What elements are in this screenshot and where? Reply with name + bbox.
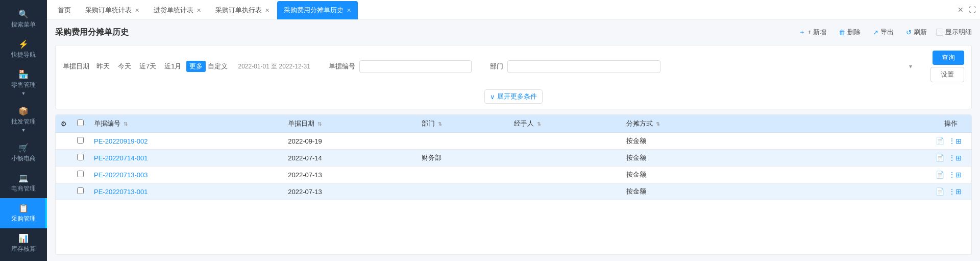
settings-gear-icon[interactable]: ⚙: [61, 120, 67, 128]
row-doc-no[interactable]: PE-20220713-001: [89, 183, 283, 200]
row-checkbox-cell: [72, 150, 89, 167]
sort-icon-split[interactable]: ⇅: [656, 121, 660, 127]
col-checkbox: [72, 115, 89, 133]
more-icon[interactable]: ⋮⊞: [948, 137, 962, 145]
col-dept: 部门 ⇅: [416, 115, 509, 133]
tab-采购订单执行表[interactable]: 采购订单执行表✕: [209, 1, 276, 19]
col-doc-no: 单据编号 ⇅: [89, 115, 283, 133]
sidebar-item-快捷导航[interactable]: ⚡ 快捷导航: [0, 34, 47, 64]
date-custom-btn[interactable]: 自定义: [208, 62, 228, 71]
sidebar-item-库存核算[interactable]: 📊 库存核算: [0, 228, 47, 258]
sidebar-icon: 📦: [18, 106, 29, 116]
close-window-icon[interactable]: ✕: [958, 6, 964, 14]
delete-button[interactable]: 🗑 删除: [836, 26, 864, 39]
dept-select-wrapper: 财务部: [507, 60, 916, 73]
sidebar-item-搜索菜单[interactable]: 🔍 搜索菜单: [0, 4, 47, 34]
add-button[interactable]: ＋ + 新增: [796, 26, 829, 39]
sidebar-icon: 🛒: [18, 143, 29, 153]
expand-more-btn[interactable]: ∨ 展开更多条件: [484, 89, 543, 104]
date-yesterday-btn[interactable]: 昨天: [93, 61, 113, 72]
more-icon[interactable]: ⋮⊞: [948, 154, 962, 162]
date-more-btn[interactable]: 更多: [186, 61, 206, 72]
table-body: PE-20220919-002 2022-09-19 按金额 📄 ⋮⊞ PE-2…: [56, 133, 971, 200]
edit-icon[interactable]: 📄: [936, 137, 944, 145]
row-handler: [509, 133, 621, 150]
settings-button[interactable]: 设置: [930, 67, 964, 82]
tab-close-icon[interactable]: ✕: [347, 7, 351, 14]
toolbar: ＋ + 新增 🗑 删除 ↗ 导出 ↺ 刷新 显示明细: [796, 26, 972, 39]
row-settings-cell: [56, 150, 72, 167]
table-row: PE-20220919-002 2022-09-19 按金额 📄 ⋮⊞: [56, 133, 971, 150]
tab-bar-right: ✕ ⛶: [958, 6, 976, 14]
tab-首页[interactable]: 首页: [51, 1, 78, 19]
sidebar-item-小畅电商[interactable]: 🛒 小畅电商: [0, 138, 47, 168]
tab-采购订单统计表[interactable]: 采购订单统计表✕: [79, 1, 146, 19]
date-1month-btn[interactable]: 近1月: [161, 61, 184, 72]
row-handler: [509, 150, 621, 167]
sort-icon-handler[interactable]: ⇅: [537, 121, 541, 127]
more-icon[interactable]: ⋮⊞: [948, 187, 962, 196]
row-split-method: 按金额: [621, 150, 930, 167]
col-doc-date: 单据日期 ⇅: [283, 115, 416, 133]
tab-close-icon[interactable]: ✕: [135, 7, 139, 14]
query-button[interactable]: 查询: [933, 51, 964, 65]
edit-icon[interactable]: 📄: [936, 187, 944, 196]
row-split-method: 按金额: [621, 183, 930, 200]
fullscreen-icon[interactable]: ⛶: [969, 6, 976, 14]
dept-select[interactable]: 财务部: [507, 60, 660, 73]
row-dept: [416, 167, 509, 183]
sidebar-label: 批发管理: [11, 117, 36, 126]
row-ops-cell: 📄 ⋮⊞: [930, 133, 971, 150]
sort-icon-dept[interactable]: ⇅: [438, 121, 442, 127]
sidebar-item-批发管理[interactable]: 📦 批发管理 ▼: [0, 101, 47, 138]
edit-icon[interactable]: 📄: [936, 171, 944, 179]
show-columns-toggle[interactable]: 显示明细: [936, 28, 972, 37]
delete-icon: 🗑: [839, 29, 845, 36]
sort-icon-doc-no[interactable]: ⇅: [124, 121, 128, 127]
row-checkbox-cell: [72, 133, 89, 150]
date-today-btn[interactable]: 今天: [115, 61, 134, 72]
search-row: 单据日期 昨天 今天 近7天 近1月 更多 自定义 2022-01-01 至 2…: [63, 51, 964, 82]
search-buttons: 查询 设置: [928, 51, 964, 82]
tab-label: 采购订单执行表: [215, 6, 262, 15]
sidebar-icon: 💻: [18, 173, 29, 183]
export-button[interactable]: ↗ 导出: [870, 26, 897, 39]
page-title: 采购费用分摊单历史: [55, 27, 129, 38]
tab-进货单统计表[interactable]: 进货单统计表✕: [147, 1, 208, 19]
export-icon: ↗: [873, 29, 878, 36]
date-filter-field: 单据日期 昨天 今天 近7天 近1月 更多 自定义: [63, 61, 228, 72]
doc-no-input[interactable]: [359, 60, 472, 73]
sidebar-item-资金管理[interactable]: 💰 资金管理: [0, 258, 47, 261]
sidebar-item-零售管理[interactable]: 🏪 零售管理 ▼: [0, 64, 47, 101]
row-settings-cell: [56, 183, 72, 200]
row-doc-no[interactable]: PE-20220714-001: [89, 150, 283, 167]
refresh-button[interactable]: ↺ 刷新: [903, 26, 930, 39]
edit-icon[interactable]: 📄: [936, 154, 944, 162]
row-split-method: 按金额: [621, 133, 930, 150]
sidebar-item-电商管理[interactable]: 💻 电商管理: [0, 168, 47, 198]
row-handler: [509, 167, 621, 183]
row-ops-cell: 📄 ⋮⊞: [930, 167, 971, 183]
row-ops-cell: 📄 ⋮⊞: [930, 183, 971, 200]
row-checkbox[interactable]: [77, 171, 84, 177]
tab-采购费用分摊单历史[interactable]: 采购费用分摊单历史✕: [277, 1, 358, 19]
more-icon[interactable]: ⋮⊞: [948, 171, 962, 179]
row-checkbox[interactable]: [77, 137, 84, 144]
col-split-method: 分摊方式 ⇅: [621, 115, 930, 133]
sort-icon-doc-date[interactable]: ⇅: [317, 121, 322, 127]
sidebar-item-采购管理[interactable]: 📋 采购管理: [0, 198, 47, 228]
tab-close-icon[interactable]: ✕: [265, 7, 270, 14]
row-checkbox[interactable]: [77, 187, 84, 194]
date-7days-btn[interactable]: 近7天: [136, 61, 159, 72]
select-all-checkbox[interactable]: [77, 120, 84, 126]
tab-label: 首页: [58, 6, 71, 15]
table-row: PE-20220714-001 2022-07-14 财务部 按金额 📄 ⋮⊞: [56, 150, 971, 167]
show-columns-checkbox[interactable]: [936, 29, 943, 36]
row-checkbox[interactable]: [77, 154, 84, 160]
tab-close-icon[interactable]: ✕: [197, 7, 201, 14]
row-doc-no[interactable]: PE-20220919-002: [89, 133, 283, 150]
row-doc-no[interactable]: PE-20220713-003: [89, 167, 283, 183]
sidebar-icon: 📋: [18, 203, 29, 213]
table-row: PE-20220713-003 2022-07-13 按金额 📄 ⋮⊞: [56, 167, 971, 183]
col-settings: ⚙: [56, 115, 72, 133]
